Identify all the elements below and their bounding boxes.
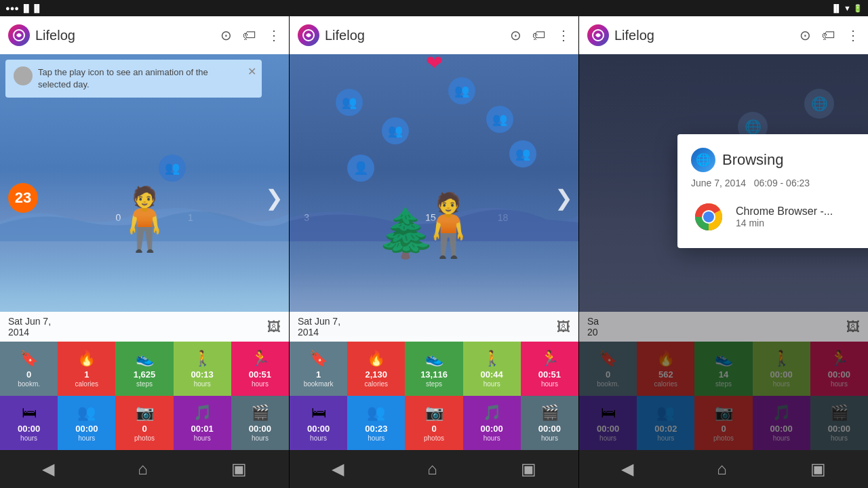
stat-lbl-bookmark-mid: bookmark [304, 380, 334, 388]
back-btn-left[interactable]: ◀ [42, 460, 54, 479]
play-icon-right[interactable]: ⊙ [800, 27, 811, 43]
stat-walk-mid[interactable]: 🚶 00:44 hours [463, 342, 521, 396]
stat-lbl-sleep-mid: hours [310, 434, 327, 442]
stat-music-left[interactable]: 🎵 00:01 hours [174, 396, 231, 450]
stat-run-right[interactable]: 🏃 00:00 hours [810, 342, 868, 396]
menu-icon-right[interactable]: ⋮ [846, 27, 860, 43]
day-label-mid: Sat Jun 7, 2014 🖼 [290, 312, 578, 342]
stat-val-steps-left: 1,625 [134, 370, 156, 380]
sleep-stat-icon-r: 🛏 [601, 404, 616, 422]
stat-sleep-left[interactable]: 🛏 00:00 hours [0, 396, 58, 450]
stat-photo-mid[interactable]: 📷 0 photos [405, 396, 462, 450]
appbar-icons-left: ⊙ 🏷 ⋮ [220, 27, 281, 43]
scene-mid: ❤ 👥 👥 👥 👥 👤 👥 3 15 18 [290, 54, 578, 342]
stat-lbl-steps-left: steps [136, 380, 153, 388]
stat-bookmark-right[interactable]: 🔖 0 bookm. [579, 342, 637, 396]
panel-left: Lifelog ⊙ 🏷 ⋮ Tap the play icon to see a… [0, 16, 290, 488]
stat-val-social-left: 00:00 [75, 424, 98, 434]
calories-stat-icon-m: 🔥 [367, 350, 385, 367]
stat-lbl-music-right: hours [773, 434, 790, 442]
stat-lbl-steps-mid: steps [426, 380, 442, 388]
stat-walk-left[interactable]: 🚶 00:13 hours [174, 342, 231, 396]
menu-icon-left[interactable]: ⋮ [267, 27, 281, 43]
home-btn-right[interactable]: ⌂ [717, 460, 727, 479]
stat-video-left[interactable]: 🎬 00:00 hours [231, 396, 289, 450]
day-camera-icon-left[interactable]: 🖼 [267, 319, 281, 335]
stat-social-mid[interactable]: 👥 00:23 hours [347, 396, 405, 450]
day-camera-icon-right[interactable]: 🖼 [846, 319, 860, 335]
stat-val-sleep-left: 00:00 [18, 424, 40, 434]
browsing-item-info: Chrome Browser -... 14 min [736, 205, 868, 228]
video-stat-icon-r: 🎬 [830, 404, 848, 422]
stat-run-left[interactable]: 🏃 00:51 hours [231, 342, 289, 396]
stat-lbl-social-left: hours [78, 434, 95, 442]
play-icon-left[interactable]: ⊙ [220, 27, 232, 43]
stat-photo-left[interactable]: 📷 0 photos [115, 396, 173, 450]
bookmark-stat-icon-r: 🔖 [599, 350, 617, 367]
music-stat-icon-r: 🎵 [772, 404, 791, 422]
play-icon-mid[interactable]: ⊙ [510, 27, 521, 43]
stat-val-music-right: 00:00 [770, 424, 793, 434]
stat-lbl-music-mid: hours [484, 434, 500, 442]
stat-steps-left[interactable]: 👟 1,625 steps [115, 342, 173, 396]
stat-calories-right[interactable]: 🔥 562 calories [637, 342, 694, 396]
stat-music-mid[interactable]: 🎵 00:00 hours [463, 396, 521, 450]
bottom-nav-mid: ◀ ⌂ ▣ [290, 450, 578, 488]
stat-val-walk-left: 00:13 [191, 370, 214, 380]
bookmark-stat-icon-m: 🔖 [309, 350, 328, 367]
bookmark-icon-mid[interactable]: 🏷 [532, 28, 546, 43]
recent-btn-right[interactable]: ▣ [810, 460, 826, 479]
browsing-title-text: Browsing [722, 151, 783, 169]
sleep-stat-icon-m: 🛏 [311, 404, 326, 422]
arrow-right-mid[interactable]: ❯ [555, 185, 573, 211]
music-stat-icon: 🎵 [193, 404, 212, 422]
stat-lbl-walk-left: hours [194, 380, 211, 388]
stat-video-right[interactable]: 🎬 00:00 hours [810, 396, 868, 450]
day-camera-icon-mid[interactable]: 🖼 [557, 319, 570, 335]
home-btn-mid[interactable]: ⌂ [427, 460, 437, 479]
app-title-left: Lifelog [35, 28, 215, 43]
tooltip-close-icon[interactable]: ✕ [248, 65, 256, 78]
stat-steps-mid[interactable]: 👟 13,116 steps [405, 342, 462, 396]
back-btn-mid[interactable]: ◀ [332, 460, 344, 479]
app-title-mid: Lifelog [325, 28, 505, 43]
bookmark-icon-left[interactable]: 🏷 [243, 28, 256, 43]
stat-walk-right[interactable]: 🚶 00:00 hours [753, 342, 810, 396]
appbar-icons-right: ⊙ 🏷 ⋮ [800, 27, 860, 43]
stat-video-mid[interactable]: 🎬 00:00 hours [521, 396, 578, 450]
stat-val-music-left: 00:01 [191, 424, 214, 434]
stat-calories-left[interactable]: 🔥 1 calories [58, 342, 115, 396]
stat-sleep-mid[interactable]: 🛏 00:00 hours [290, 396, 347, 450]
stats-row2-left: 🛏 00:00 hours 👥 00:00 hours 📷 0 photos 🎵… [0, 396, 289, 450]
panel-right: Lifelog ⊙ 🏷 ⋮ 🌐 🌐 👥 Sa 20 [579, 16, 868, 488]
stat-social-right[interactable]: 👥 00:02 hours [637, 396, 694, 450]
tooltip-text: Tap the play icon to see an animation of… [38, 66, 241, 91]
stat-bookmark-left[interactable]: 🔖 0 bookm. [0, 342, 58, 396]
stat-val-walk-mid: 00:44 [481, 370, 503, 380]
arrow-right-left[interactable]: ❯ [265, 185, 283, 211]
stat-music-right[interactable]: 🎵 00:00 hours [753, 396, 810, 450]
stat-lbl-video-right: hours [831, 434, 848, 442]
stat-photo-right[interactable]: 📷 0 photos [694, 396, 752, 450]
stat-steps-right[interactable]: 👟 14 steps [694, 342, 752, 396]
stat-run-mid[interactable]: 🏃 00:51 hours [521, 342, 578, 396]
stat-bookmark-mid[interactable]: 🔖 1 bookmark [290, 342, 347, 396]
stat-calories-mid[interactable]: 🔥 2,130 calories [347, 342, 405, 396]
photo-stat-icon-r: 📷 [715, 404, 733, 422]
stat-social-left[interactable]: 👥 00:00 hours [58, 396, 115, 450]
browsing-time-range: June 7, 2014 06:09 - 06:23 [691, 178, 868, 188]
stat-val-run-mid: 00:51 [538, 370, 561, 380]
back-btn-right[interactable]: ◀ [621, 460, 633, 479]
recent-btn-mid[interactable]: ▣ [521, 460, 536, 479]
recent-btn-left[interactable]: ▣ [231, 460, 247, 479]
stat-sleep-right[interactable]: 🛏 00:00 hours [579, 396, 637, 450]
stat-val-video-left: 00:00 [249, 424, 271, 434]
day-text-mid: Sat Jun 7, 2014 [298, 316, 340, 338]
figure-mid: 🧍 [410, 195, 486, 256]
browsing-item[interactable]: Chrome Browser -... 14 min [691, 199, 868, 235]
menu-icon-mid[interactable]: ⋮ [557, 27, 570, 43]
stat-lbl-run-mid: hours [541, 380, 558, 388]
stat-val-walk-right: 00:00 [770, 370, 793, 380]
bookmark-icon-right[interactable]: 🏷 [822, 28, 835, 43]
home-btn-left[interactable]: ⌂ [138, 460, 148, 479]
